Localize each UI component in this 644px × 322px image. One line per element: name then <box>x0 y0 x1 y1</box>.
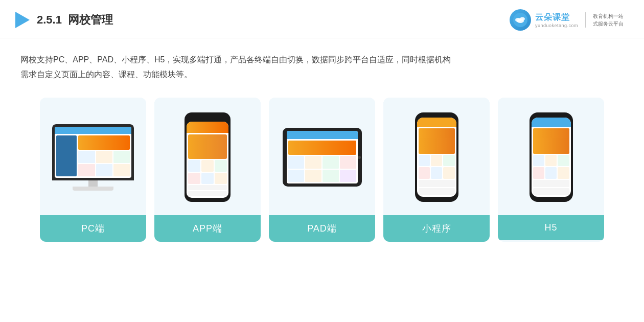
description-line2: 需求自定义页面上的内容、课程、功能模块等。 <box>20 67 624 82</box>
phone-app-wrap <box>185 112 231 202</box>
brand-name: 云朵课堂 <box>535 12 570 23</box>
monitor-screen <box>55 127 131 178</box>
card-miniprogram-label: 小程序 <box>383 215 490 242</box>
logo-triangle-icon <box>15 12 30 28</box>
brand-logo: 云朵课堂 yunduoketang.com 教育机构一站 式服务云平台 <box>510 9 624 31</box>
mini-phone-h5 <box>530 112 573 202</box>
card-pad-image <box>269 98 375 215</box>
monitor-wrap <box>52 124 134 191</box>
card-pc-label: PC端 <box>40 215 146 242</box>
mini-phone-h5-screen <box>532 118 571 197</box>
phone-app-screen <box>187 122 228 198</box>
svg-point-3 <box>517 19 524 23</box>
brand-icon <box>510 9 531 31</box>
tablet-screen <box>287 131 358 183</box>
page-header: 2.5.1 网校管理 云朵课堂 yunduoketang.com 教育机构一站 <box>0 0 644 38</box>
mini-phone <box>415 112 458 202</box>
card-pc-image <box>40 98 146 215</box>
monitor <box>52 124 134 180</box>
mini-phone-screen <box>417 118 456 197</box>
brand-text: 云朵课堂 yunduoketang.com <box>535 12 578 28</box>
brand-url: yunduoketang.com <box>535 23 578 28</box>
card-h5: H5 <box>498 98 604 242</box>
card-pad-label: PAD端 <box>269 215 375 242</box>
description-block: 网校支持PC、APP、PAD、小程序、H5，实现多端打通，产品各终端自由切换，数… <box>0 38 644 87</box>
description-line1: 网校支持PC、APP、PAD、小程序、H5，实现多端打通，产品各终端自由切换，数… <box>20 53 624 67</box>
card-h5-label: H5 <box>498 215 604 240</box>
phone-h5-wrap <box>530 112 573 202</box>
card-pad: PAD端 <box>269 98 375 242</box>
card-miniprogram-image <box>383 98 490 215</box>
card-h5-image <box>498 98 604 215</box>
card-pc: PC端 <box>40 98 146 242</box>
card-miniprogram: 小程序 <box>383 98 490 242</box>
page-wrapper: 2.5.1 网校管理 云朵课堂 yunduoketang.com 教育机构一站 <box>0 0 644 322</box>
card-app-label: APP端 <box>154 215 261 242</box>
phone-mini-wrap <box>415 112 458 202</box>
page-title: 2.5.1 网校管理 <box>37 12 113 28</box>
divider <box>585 12 586 28</box>
tablet <box>283 128 362 187</box>
cards-section: PC端 <box>0 87 644 252</box>
tablet-wrap <box>283 128 362 187</box>
card-app: APP端 <box>154 98 261 242</box>
header-left: 2.5.1 网校管理 <box>15 12 113 28</box>
phone-app <box>185 112 231 202</box>
brand-tagline: 教育机构一站 式服务云平台 <box>593 12 624 28</box>
card-app-image <box>154 98 261 215</box>
